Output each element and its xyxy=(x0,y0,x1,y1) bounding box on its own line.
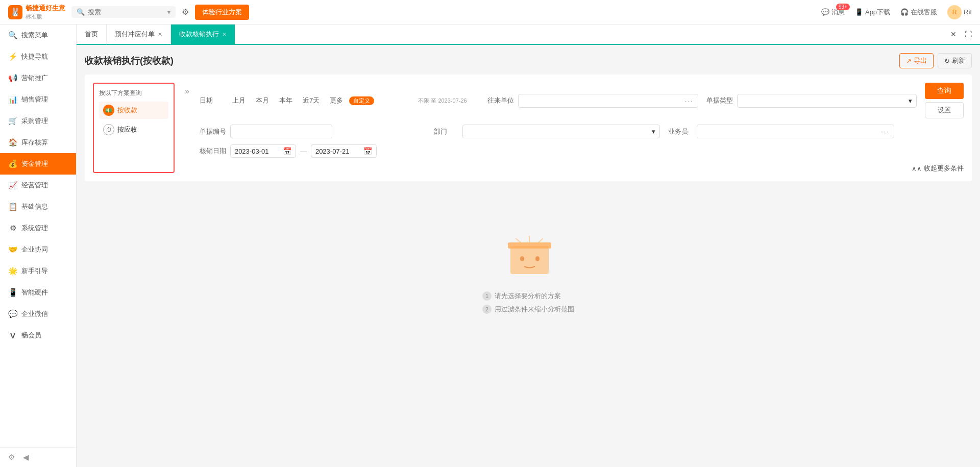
svg-point-2 xyxy=(520,256,524,261)
refresh-button[interactable]: ↻ 刷新 xyxy=(938,53,972,68)
gear-icon[interactable]: ⚙ xyxy=(182,7,189,17)
tip-num-2: 2 xyxy=(482,305,492,314)
sidebar-item-search[interactable]: 🔍 搜索菜单 xyxy=(0,24,76,46)
date-7days-button[interactable]: 近7天 xyxy=(299,95,324,106)
filter-actions: ∧∧ 收起更多条件 xyxy=(200,164,964,173)
page-title: 收款核销执行(按收款) xyxy=(85,55,174,67)
tab-close-prepay[interactable]: ✕ xyxy=(158,31,162,38)
user-profile[interactable]: R Rit xyxy=(947,5,972,19)
chevron-down-icon: ▾ xyxy=(909,97,912,105)
avatar: R xyxy=(947,5,962,19)
close-tab-button[interactable]: ✕ xyxy=(948,28,959,40)
sidebar-item-purchase[interactable]: 🛒 采购管理 xyxy=(0,110,76,132)
wechat-icon: 💬 xyxy=(8,309,17,318)
sidebar-item-inventory[interactable]: 🏠 库存核算 xyxy=(0,132,76,153)
date-range-separator: — xyxy=(300,148,307,155)
date-more-button[interactable]: 更多 xyxy=(326,95,347,106)
filter-row-3: 核销日期 📅 — 📅 xyxy=(200,144,964,158)
empty-tip-2: 2 用过滤条件来缩小分析范围 xyxy=(482,303,574,316)
sidebar-bottom: ⚙ ◀ xyxy=(0,447,76,467)
department-select[interactable]: ▾ xyxy=(462,125,660,138)
date-hint: 不限 至 2023-07-26 xyxy=(418,97,479,105)
settings-icon: ⚙ xyxy=(8,224,17,233)
maximize-tab-button[interactable]: ⛶ xyxy=(963,28,974,40)
receipt-icon: 💵 xyxy=(103,105,114,116)
date-custom-badge[interactable]: 自定义 xyxy=(349,96,374,105)
writeoff-date-start-wrap: 📅 xyxy=(230,144,296,158)
handshake-icon: 🤝 xyxy=(8,245,17,254)
search-input[interactable] xyxy=(88,8,164,16)
sidebar-item-guide[interactable]: 🌟 新手引导 xyxy=(0,260,76,282)
svg-rect-0 xyxy=(510,246,549,274)
export-button[interactable]: ↗ 导出 xyxy=(899,53,934,68)
empty-state: 1 请先选择要分析的方案 2 用过滤条件来缩小分析范围 xyxy=(85,187,972,357)
sidebar-item-hardware[interactable]: 📱 智能硬件 xyxy=(0,282,76,303)
clipboard-icon: 📋 xyxy=(8,202,17,211)
writeoff-date-start-input[interactable] xyxy=(235,148,281,155)
svg-line-4 xyxy=(516,238,521,242)
bill-type-select[interactable]: ▾ xyxy=(737,94,917,108)
refresh-icon: ↻ xyxy=(944,57,950,65)
writeoff-date-field: 核销日期 📅 — 📅 xyxy=(200,144,964,158)
salesperson-field: 业务员 ··· xyxy=(668,125,894,138)
sidebar: 🔍 搜索菜单 ⚡ 快捷导航 📢 营销推广 📊 销售管理 🛒 采购管理 🏠 库存核… xyxy=(0,24,77,467)
star-icon: 🌟 xyxy=(8,266,17,276)
filter-row-1: 日期 上月 本月 本年 近7天 更多 自定义 不限 至 2023-07-26 xyxy=(200,83,964,118)
message-icon: 💬 xyxy=(821,8,829,16)
tab-bar: 首页 预付冲应付单 ✕ 收款核销执行 ✕ ✕ ⛶ xyxy=(77,24,980,45)
empty-tip-1: 1 请先选择要分析的方案 xyxy=(482,289,574,303)
date-this-month-button[interactable]: 本月 xyxy=(252,95,273,106)
calendar-end-icon[interactable]: 📅 xyxy=(363,147,372,155)
collapse-sidebar-icon[interactable]: ◀ xyxy=(23,453,29,462)
sidebar-item-member[interactable]: V 畅会员 xyxy=(0,325,76,346)
sidebar-item-sales[interactable]: 📊 销售管理 xyxy=(0,89,76,110)
search-icon: 🔍 xyxy=(77,8,85,16)
filter-option-by-receipt[interactable]: 💵 按收款 xyxy=(99,102,168,119)
main-layout: 🔍 搜索菜单 ⚡ 快捷导航 📢 营销推广 📊 销售管理 🛒 采购管理 🏠 库存核… xyxy=(0,24,980,467)
bill-number-input[interactable] xyxy=(230,125,332,138)
bill-type-label: 单据类型 xyxy=(706,96,733,105)
app-edition: 标准版 xyxy=(26,13,65,20)
megaphone-icon: 📢 xyxy=(8,73,17,83)
sidebar-item-basic-info[interactable]: 📋 基础信息 xyxy=(0,196,76,217)
filter-options-panel: 按以下方案查询 💵 按收款 ⏱ 按应收 xyxy=(93,83,175,173)
app-icon: 📱 xyxy=(855,8,863,16)
tab-writeoff[interactable]: 收款核销执行 ✕ xyxy=(171,24,235,44)
empty-tips: 1 请先选择要分析的方案 2 用过滤条件来缩小分析范围 xyxy=(482,289,574,316)
sidebar-item-finance[interactable]: 💰 资金管理 xyxy=(0,153,76,175)
money-icon: 💰 xyxy=(8,159,17,168)
tab-close-writeoff[interactable]: ✕ xyxy=(222,31,227,38)
query-button[interactable]: 查询 xyxy=(925,83,964,99)
filter-collapse-button[interactable]: » xyxy=(183,85,191,98)
trading-unit-input[interactable]: ··· xyxy=(518,94,698,108)
tab-prepay[interactable]: 预付冲应付单 ✕ xyxy=(107,24,171,44)
tab-home[interactable]: 首页 xyxy=(77,24,107,44)
customer-service-button[interactable]: 🎧 在线客服 xyxy=(900,8,937,17)
svg-line-6 xyxy=(538,238,543,242)
sidebar-item-collaboration[interactable]: 🤝 企业协同 xyxy=(0,239,76,260)
sidebar-item-wechat[interactable]: 💬 企业微信 xyxy=(0,303,76,325)
settings-button[interactable]: 设置 xyxy=(925,102,964,118)
sidebar-item-system[interactable]: ⚙ 系统管理 xyxy=(0,217,76,239)
tab-bar-actions: ✕ ⛶ xyxy=(948,28,980,40)
filter-option-by-receivable[interactable]: ⏱ 按应收 xyxy=(99,121,168,138)
calendar-start-icon[interactable]: 📅 xyxy=(283,147,291,155)
sidebar-item-quicknav[interactable]: ⚡ 快捷导航 xyxy=(0,46,76,67)
solution-button[interactable]: 体验行业方案 xyxy=(195,5,249,20)
date-this-year-button[interactable]: 本年 xyxy=(275,95,297,106)
bottom-gear-icon[interactable]: ⚙ xyxy=(8,453,15,462)
svg-point-3 xyxy=(535,256,540,261)
app-download-button[interactable]: 📱 App下载 xyxy=(855,8,890,17)
collapse-conditions-button[interactable]: ∧∧ 收起更多条件 xyxy=(912,164,964,173)
filter-panel: 按以下方案查询 💵 按收款 ⏱ 按应收 » xyxy=(85,75,972,181)
writeoff-date-range: 📅 — 📅 xyxy=(230,144,377,158)
date-last-month-button[interactable]: 上月 xyxy=(228,95,250,106)
message-button[interactable]: 💬 消息 99+ xyxy=(821,8,845,17)
salesperson-label: 业务员 xyxy=(668,127,693,136)
content-area: 首页 预付冲应付单 ✕ 收款核销执行 ✕ ✕ ⛶ 收款核销执行(按收款) xyxy=(77,24,980,467)
sidebar-item-operation[interactable]: 📈 经营管理 xyxy=(0,175,76,196)
sidebar-item-marketing[interactable]: 📢 营销推广 xyxy=(0,67,76,89)
writeoff-date-end-input[interactable] xyxy=(315,148,361,155)
export-icon: ↗ xyxy=(906,57,912,65)
salesperson-input[interactable]: ··· xyxy=(697,125,894,138)
